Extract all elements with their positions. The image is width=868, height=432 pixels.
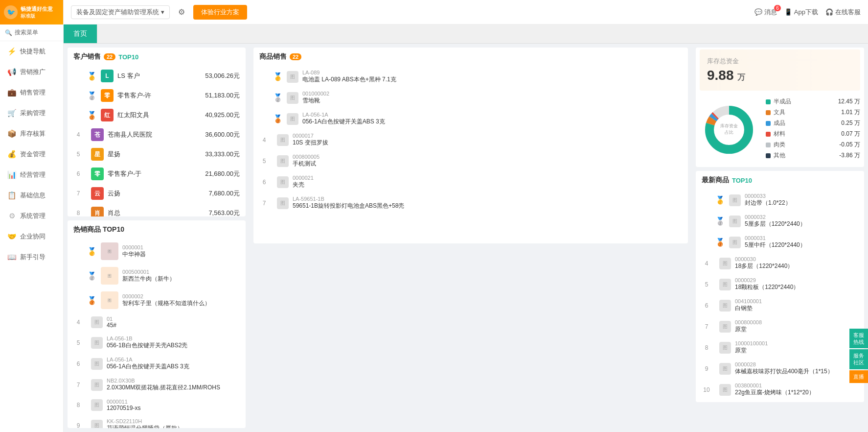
product-placeholder: 图 xyxy=(719,363,731,375)
sidebar-item-inventory[interactable]: 📦 库存核算 xyxy=(0,123,63,144)
customer-count-badge: 22 xyxy=(104,53,115,60)
customer-avatar: 肖 xyxy=(91,207,104,216)
cs-widget: 客服热线 服务社区 直播 xyxy=(849,329,868,383)
right-section: 库存总资金 9.88 万 xyxy=(692,44,868,432)
customer-avatar: 云 xyxy=(91,187,104,200)
donut-legend: 半成品 12.45 万 文具 1.01 万 成品 0.25 万 xyxy=(766,97,860,162)
tab-home[interactable]: 首页 xyxy=(64,24,97,43)
customer-sales-title: 客户销售 22 TOP10 xyxy=(68,48,246,64)
cs-service-btn[interactable]: 服务社区 xyxy=(849,349,868,369)
product-info: 0000011 12070519-xs xyxy=(107,399,240,411)
product-info: LA-056-1B 056-1B白色按键开关壳ABS2壳 xyxy=(107,336,240,350)
legend-item: 其他 -3.86 万 xyxy=(766,151,860,160)
messages-button[interactable]: 💬 消息 6 xyxy=(754,8,777,17)
sidebar-item-corp[interactable]: 🤝 企业协同 xyxy=(0,226,63,247)
sidebar-item-purchase[interactable]: 🛒 采购管理 xyxy=(0,103,63,123)
guide-label: 新手引导 xyxy=(20,253,46,262)
product-placeholder: 图 xyxy=(277,176,289,188)
sidebar-item-sales[interactable]: 💼 销售管理 xyxy=(0,82,63,103)
customer-rank-item: 🥇 L LS 客户 53,006.26元 xyxy=(68,66,246,86)
customer-rank-item: 4 苍 苍南县人民医院 36,600.00元 xyxy=(68,125,246,144)
hot-product-item: 5 图 LA-056-1B 056-1B白色按键开关壳ABS2壳 xyxy=(68,332,246,353)
donut-section: 库存资金 占比 半成品 12.45 万 文具 1.0 xyxy=(696,93,864,167)
hot-product-item: 8 图 0000011 12070519-xs xyxy=(68,395,246,415)
product-info: 000800008 原堂 xyxy=(735,319,858,334)
hot-product-item: 🥉 图 0000002 智利车子里（规格不知道填什么） xyxy=(68,288,246,312)
new-product-item: 6 图 004100001 白钢垫 xyxy=(696,295,864,316)
product-info: LA-056-1A 056-1A白色按键开关盖ABS 3克 xyxy=(107,357,240,371)
marketing-label: 营销推广 xyxy=(20,68,46,76)
product-info: LA-089 电池盖 LA-089 ABS本色+黑种 7.1克 xyxy=(302,70,682,84)
left-section: 客户销售 22 TOP10 🥇 L LS 客户 53,006.26元 xyxy=(64,44,250,432)
system-icon: ⚙ xyxy=(7,212,16,220)
hot-products-label: 热销商品 TOP10 xyxy=(73,225,124,234)
search-icon: 🔍 xyxy=(5,29,12,36)
ops-label: 经营管理 xyxy=(20,170,46,179)
sidebar-item-base[interactable]: 📋 基础信息 xyxy=(0,185,63,206)
cs-hotline-btn[interactable]: 客服热线 xyxy=(849,329,868,349)
product-info: 0000029 18颗粒板（1220*2440） xyxy=(735,277,858,291)
new-product-item: 4 图 0000030 18多层（1220*2440） xyxy=(696,253,864,274)
dropdown-chevron-icon: ▾ xyxy=(161,8,164,16)
product-placeholder: 图 xyxy=(729,237,741,248)
donut-chart: 库存资金 占比 xyxy=(700,100,758,159)
trial-button[interactable]: 体验行业方案 xyxy=(193,5,247,20)
messages-badge: 6 xyxy=(774,5,781,11)
legend-color xyxy=(766,99,771,104)
sidebar-item-system[interactable]: ⚙ 系统管理 xyxy=(0,206,63,226)
product-info: 0000021 夹壳 xyxy=(293,175,682,189)
new-products-panel: 最新商品 TOP10 🥇 图 0000033 封边带（1.0*22） xyxy=(696,171,864,402)
sidebar-item-guide[interactable]: 📖 新手引导 xyxy=(0,247,63,267)
customer-rank-item: 🥉 红 红太阳文具 40,925.00元 xyxy=(68,105,246,125)
product-placeholder: 图 xyxy=(719,258,731,269)
product-info: 004100001 白钢垫 xyxy=(735,298,858,312)
new-products-label: 最新商品 xyxy=(702,176,729,185)
purchase-label: 采购管理 xyxy=(20,109,46,118)
product-placeholder: 图 xyxy=(91,420,103,428)
marketing-icon: 📢 xyxy=(7,68,16,76)
product-img: 图 xyxy=(101,242,118,260)
product-sales-item: 🥇 图 LA-089 电池盖 LA-089 ABS本色+黑种 7.1克 xyxy=(253,66,688,87)
product-sales-item: 5 图 000800005 手机测试 xyxy=(253,150,688,171)
product-sales-item: 7 图 LA-59651-1B 59651-1B旋转投影灯电池盒ABS黑色+58… xyxy=(253,192,688,214)
legend-item: 材料 0.07 万 xyxy=(766,130,860,138)
sidebar-item-ops[interactable]: 📊 经营管理 xyxy=(0,165,63,185)
product-sales-label: 商品销售 xyxy=(259,52,287,61)
app-download-button[interactable]: 📱 App下载 xyxy=(784,8,818,17)
product-info: 0000028 体械嘉枝味苏打饮品400毫升（1*15） xyxy=(735,361,858,376)
legend-color xyxy=(766,121,771,126)
product-info: KK-SD22110H 花语萌恒温分腿睡袋（厚款） xyxy=(107,418,240,428)
hot-product-item: 🥈 图 000500001 新西兰牛肉（新牛） xyxy=(68,264,246,288)
legend-item: 肉类 -0.05 万 xyxy=(766,141,860,149)
online-service-button[interactable]: 🎧 在线客服 xyxy=(825,8,861,17)
customer-avatar: 苍 xyxy=(91,128,104,141)
product-info: 0000032 5厘多层（1220*2440） xyxy=(745,214,858,228)
customer-top-label: TOP10 xyxy=(118,53,138,61)
product-info: 000500001 新西兰牛肉（新牛） xyxy=(122,269,240,283)
product-placeholder: 图 xyxy=(719,279,731,290)
product-placeholder: 图 xyxy=(719,342,731,354)
cs-live-btn[interactable]: 直播 xyxy=(849,370,868,383)
hot-products-list: 🥇 图 0000001 中华神器 🥈 图 xyxy=(68,237,246,428)
new-product-item: 5 图 0000029 18颗粒板（1220*2440） xyxy=(696,274,864,295)
online-service-label: 在线客服 xyxy=(835,8,861,17)
legend-color xyxy=(766,132,771,137)
inventory-icon: 📦 xyxy=(7,129,16,138)
search-label: 搜索菜单 xyxy=(15,28,38,37)
sidebar-item-quicknav[interactable]: ⚡ 快捷导航 xyxy=(0,41,63,62)
product-info: 003800001 22g鱼豆腐-烧烤味（1*12*20） xyxy=(735,383,858,397)
sidebar-search[interactable]: 🔍 搜索菜单 xyxy=(0,24,63,41)
customer-sales-label: 客户销售 xyxy=(73,52,101,61)
sidebar-item-marketing[interactable]: 📢 营销推广 xyxy=(0,62,63,82)
quicknav-icon: ⚡ xyxy=(7,47,16,56)
product-info: LA-056-1A 056-1A白色按键开关盖ABS 3克 xyxy=(302,112,682,126)
product-info: 01 45# xyxy=(107,316,240,329)
product-sales-item: 4 图 0000017 10S 变扭罗拔 xyxy=(253,129,688,150)
legend-item: 文具 1.01 万 xyxy=(766,108,860,117)
system-name-dropdown[interactable]: 装备及固定资产辅助管理系统 ▾ xyxy=(71,5,170,19)
settings-button[interactable]: ⚙ xyxy=(175,5,188,19)
product-img: 图 xyxy=(101,267,118,285)
customer-avatar: 零 xyxy=(91,168,104,180)
product-sales-panel: 商品销售 22 🥇 图 LA-089 电池盖 LA-089 ABS本色+黑种 7… xyxy=(253,48,688,243)
sidebar-item-finance[interactable]: 💰 资金管理 xyxy=(0,144,63,165)
